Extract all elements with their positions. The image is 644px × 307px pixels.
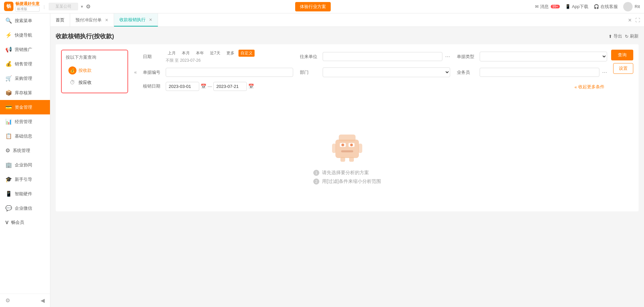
hardware-icon: 📱 — [5, 191, 12, 197]
sidebar-item-search[interactable]: 🔍 搜索菜单 — [0, 13, 50, 28]
sidebar-item-enterprise[interactable]: 🏢 企业协同 — [0, 158, 50, 172]
staff-dots-icon[interactable]: ··· — [602, 69, 607, 76]
export-button[interactable]: ⬆ 导出 — [608, 33, 622, 39]
dept-select[interactable] — [323, 67, 450, 77]
user-area[interactable]: Rit — [623, 2, 640, 11]
breadcrumb-text: 某某公司 — [49, 3, 78, 10]
verify-date-end[interactable] — [213, 82, 247, 91]
message-icon: ✉ — [535, 4, 539, 9]
avatar — [623, 2, 633, 11]
sidebar-item-hardware[interactable]: 📱 智能硬件 — [0, 187, 50, 201]
query-button[interactable]: 查询 — [611, 50, 633, 60]
solution-button[interactable]: 体验行业方案 — [295, 2, 331, 11]
svg-rect-10 — [349, 157, 354, 162]
sidebar-item-marketing[interactable]: 📢 营销推广 — [0, 42, 50, 57]
tab-prepay-close[interactable]: ✕ — [105, 18, 108, 22]
filter-collapse-btn[interactable]: « — [132, 50, 139, 93]
chevron-down-icon[interactable]: ▾ — [81, 4, 83, 9]
app-download-label: App下载 — [572, 4, 588, 10]
page-actions: ⬆ 导出 ↻ 刷新 — [608, 33, 639, 39]
headset-icon: 🎧 — [594, 4, 599, 9]
dept-filter-row: 部门 — [300, 67, 450, 77]
date-tag-this-month[interactable]: 本月 — [180, 50, 192, 57]
svg-rect-8 — [358, 144, 362, 153]
basic-icon: 📋 — [5, 133, 12, 139]
user-name: Rit — [635, 4, 640, 9]
std-badge: 标准版 — [15, 6, 40, 12]
sidebar-item-wechat[interactable]: 💬 企业微信 — [0, 201, 50, 215]
partner-dots-icon[interactable]: ··· — [445, 53, 450, 60]
filter-settings-button[interactable]: 设置 — [613, 63, 633, 74]
sidebar-label-finance: 资金管理 — [15, 104, 32, 110]
logo-text: 畅捷通好生意 — [15, 1, 40, 6]
quick-icon: ⚡ — [5, 32, 12, 38]
filter-row-actions: « 收起更多条件 — [300, 81, 607, 91]
empty-illustration — [327, 130, 367, 163]
sidebar: 🔍 搜索菜单 ⚡ 快捷导航 📢 营销推广 💰 销售管理 🛒 采购管理 📦 库存核… — [0, 13, 50, 307]
tab-close-all-icon[interactable]: ✕ — [627, 16, 633, 24]
sidebar-item-inventory[interactable]: 📦 库存核算 — [0, 86, 50, 100]
doc-no-label: 单据编号 — [143, 69, 163, 75]
collapse-more-label: 收起更多条件 — [578, 84, 604, 90]
svg-rect-7 — [332, 144, 336, 153]
filter-panel: 按以下方案查询 💰 按收款 ⏱ 按应收 « — [56, 44, 639, 99]
date-tag-7days[interactable]: 近7天 — [208, 50, 222, 57]
doc-type-select[interactable] — [480, 52, 607, 61]
doc-type-filter-row: 单据类型 — [457, 50, 607, 63]
staff-input[interactable] — [480, 68, 599, 77]
tip-num-2: 2 — [313, 178, 319, 185]
tab-home[interactable]: 首页 — [50, 13, 70, 27]
member-icon: V — [5, 220, 8, 225]
messages-button[interactable]: ✉ 消息 99+ — [535, 4, 560, 10]
sidebar-item-member[interactable]: V 畅会员 — [0, 215, 50, 229]
enterprise-icon: 🏢 — [5, 162, 12, 168]
cal-end-icon[interactable]: 📅 — [248, 84, 254, 89]
refresh-icon: ↻ — [625, 34, 629, 39]
tab-prepay[interactable]: 预付冲应付单 ✕ — [70, 13, 114, 27]
sidebar-item-operation[interactable]: 📊 经营管理 — [0, 114, 50, 129]
sidebar-item-quick[interactable]: ⚡ 快捷导航 — [0, 28, 50, 42]
tab-expand-icon[interactable]: ⛶ — [634, 16, 641, 24]
tab-collect-close[interactable]: ✕ — [149, 17, 152, 22]
sidebar-item-system[interactable]: ⚙ 系统管理 — [0, 143, 50, 158]
sidebar-label-enterprise: 企业协同 — [15, 162, 32, 168]
sidebar-item-basic[interactable]: 📋 基础信息 — [0, 129, 50, 143]
partner-input[interactable] — [323, 52, 442, 61]
sidebar-item-purchase[interactable]: 🛒 采购管理 — [0, 71, 50, 86]
tab-collect[interactable]: 收款核销执行 ✕ — [114, 13, 158, 27]
purchase-icon: 🛒 — [5, 75, 12, 82]
bottom-collapse-icon[interactable]: ◀ — [41, 297, 45, 304]
filter-option-by-receivable[interactable]: ⏱ 按应收 — [66, 76, 123, 89]
sidebar-item-sales[interactable]: 💰 销售管理 — [0, 57, 50, 71]
settings-icon[interactable]: ⚙ — [86, 3, 91, 10]
sidebar-label-marketing: 营销推广 — [15, 47, 32, 53]
date-quick-tags: 上月 本月 本年 近7天 更多 自定义 — [166, 50, 293, 57]
doc-no-input[interactable] — [166, 68, 293, 77]
verify-date-start[interactable] — [166, 82, 199, 91]
date-tag-custom[interactable]: 自定义 — [238, 50, 255, 57]
sidebar-label-sales: 销售管理 — [15, 61, 32, 67]
empty-state: 1 请先选择要分析的方案 2 用[过滤]条件来缩小分析范围 — [56, 103, 639, 211]
phone-icon: 📱 — [565, 4, 571, 9]
sidebar-item-finance[interactable]: 💳 资金管理 — [0, 100, 50, 114]
app-logo: 畅 畅捷通好生意 标准版 — [4, 1, 40, 11]
cal-start-icon[interactable]: 📅 — [201, 84, 206, 89]
main-layout: 🔍 搜索菜单 ⚡ 快捷导航 📢 营销推广 💰 销售管理 🛒 采购管理 📦 库存核… — [0, 13, 644, 307]
sidebar-bottom: ⚙ ◀ — [0, 294, 50, 307]
partner-label: 往来单位 — [300, 54, 320, 60]
date-tag-more[interactable]: 更多 — [224, 50, 236, 57]
bottom-gear-icon[interactable]: ⚙ — [5, 297, 10, 304]
date-tag-last-month[interactable]: 上月 — [166, 50, 178, 57]
collapse-more-btn[interactable]: « 收起更多条件 — [572, 83, 607, 91]
sidebar-label-hardware: 智能硬件 — [15, 191, 32, 197]
online-service-button[interactable]: 🎧 在线客服 — [594, 4, 618, 10]
date-tag-this-year[interactable]: 本年 — [194, 50, 206, 57]
partner-filter-row: 往来单位 ··· — [300, 50, 450, 63]
app-download-button[interactable]: 📱 App下载 — [565, 4, 588, 10]
verify-date-range: 📅 — 📅 — [166, 82, 293, 91]
filter-method-title: 按以下方案查询 — [66, 54, 123, 60]
filter-option-by-collect[interactable]: 💰 按收款 — [66, 64, 123, 76]
doc-type-label: 单据类型 — [457, 54, 477, 60]
refresh-button[interactable]: ↻ 刷新 — [625, 33, 639, 39]
sidebar-item-guide[interactable]: 🎓 新手引导 — [0, 172, 50, 187]
